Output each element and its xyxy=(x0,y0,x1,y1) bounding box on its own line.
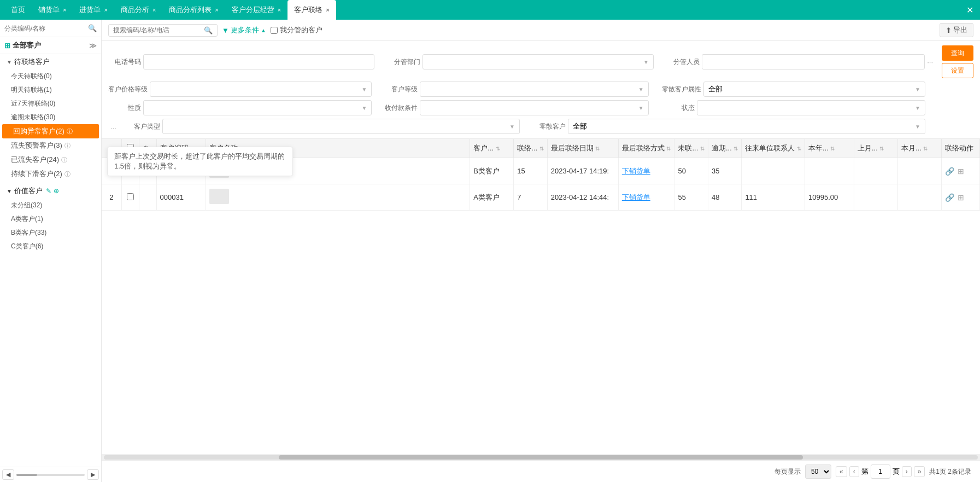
nav-product-analysis-list-close[interactable]: × xyxy=(215,7,218,13)
add-group-icon[interactable]: ⊕ xyxy=(54,187,59,195)
all-customers-header[interactable]: ⊞ 全部客户 ≫ xyxy=(0,37,101,54)
sort-icon-this-month[interactable]: ⇅ xyxy=(923,146,928,152)
filter-dept-select[interactable]: ▼ xyxy=(422,54,654,69)
nav-sales-order-close[interactable]: × xyxy=(63,7,66,13)
page-nav: « ‹ 第 页 › » xyxy=(836,464,925,479)
nav-customer-stratification-close[interactable]: × xyxy=(278,7,281,13)
filter-person-input[interactable] xyxy=(702,54,925,69)
row2-link-icon[interactable]: 🔗 xyxy=(945,193,954,202)
horizontal-scrollbar[interactable] xyxy=(102,454,980,461)
filter-status-select[interactable]: ▼ xyxy=(697,100,925,115)
nav-customer-contact[interactable]: 客户联络 × xyxy=(287,0,336,20)
filter-row-1: 电话号码 分管部门 ▼ 分管人员 ··· 查询 设置 xyxy=(108,45,973,78)
filter-customer-type-cell: 客户类型 ▼ xyxy=(127,119,520,134)
nav-product-analysis-close[interactable]: × xyxy=(152,7,156,13)
main-layout: 🔍 ⊞ 全部客户 ≫ ▼ 待联络客户 今天待联络(0) 明天待联络(1) 近7天… xyxy=(0,20,980,482)
sort-icon-date[interactable]: ⇅ xyxy=(595,146,600,152)
pagination-bar: 每页显示 50 « ‹ 第 页 › » 共1页 2条记录 xyxy=(102,461,980,482)
sidebar-item-7days[interactable]: 近7天待联络(0) xyxy=(0,97,101,111)
filter-gender-select[interactable]: ▼ xyxy=(143,100,372,115)
row2-last-contact-date: 2023-04-12 14:44: xyxy=(547,184,618,211)
nav-sales-order[interactable]: 销货单 × xyxy=(32,0,73,20)
nav-purchase-order[interactable]: 进货单 × xyxy=(73,0,114,20)
nav-product-analysis[interactable]: 商品分析 × xyxy=(114,0,162,20)
filter-search-input[interactable] xyxy=(113,26,204,34)
close-all-tabs[interactable]: ✕ xyxy=(966,5,973,15)
sidebar-item-today[interactable]: 今天待联络(0) xyxy=(0,69,101,83)
scrollbar-thumb[interactable] xyxy=(279,455,803,460)
sidebar-item-c-class[interactable]: C类客户(6) xyxy=(0,240,101,253)
row2-grid-icon[interactable]: ⊞ xyxy=(958,193,964,202)
sort-icon-overdue[interactable]: ⇅ xyxy=(733,146,738,152)
filter-more-btn[interactable]: ▼ 更多条件 ▲ xyxy=(222,25,266,35)
row1-last-contact-method: 下销货单 xyxy=(618,158,674,184)
sidebar-item-declining[interactable]: 持续下滑客户(2) ⓘ xyxy=(0,167,101,181)
pending-contact-header[interactable]: ▼ 待联络客户 xyxy=(0,54,101,69)
sort-icon-year[interactable]: ⇅ xyxy=(830,146,835,152)
row2-action: 🔗 ⊞ xyxy=(942,184,980,211)
nav-customer-contact-close[interactable]: × xyxy=(326,7,329,13)
sidebar-search-input[interactable] xyxy=(4,25,88,32)
row2-last-month xyxy=(854,184,898,211)
filter-btn-area: 查询 设置 xyxy=(942,45,973,78)
row1-grid-icon[interactable]: ⊞ xyxy=(958,167,964,176)
sort-icon-un[interactable]: ⇅ xyxy=(700,146,705,152)
sidebar-collapse-icon[interactable]: ≫ xyxy=(89,42,97,50)
sidebar-prev-btn[interactable]: ◀ xyxy=(2,469,14,480)
last-page-btn[interactable]: » xyxy=(914,466,925,477)
sidebar-item-tomorrow[interactable]: 明天待联络(1) xyxy=(0,83,101,97)
retail-chevron-icon: ▼ xyxy=(915,124,920,130)
sidebar-item-b-class[interactable]: B类客户(33) xyxy=(0,226,101,240)
edit-icon[interactable]: ✎ xyxy=(46,187,51,195)
filter-phone-input[interactable] xyxy=(143,54,374,69)
page-size-select[interactable]: 50 xyxy=(805,464,831,479)
sort-icon-method[interactable]: ⇅ xyxy=(666,146,671,152)
sort-icon-type[interactable]: ⇅ xyxy=(496,146,500,152)
value-customer-header[interactable]: ▼ 价值客户 ✎ ⊕ xyxy=(0,183,101,199)
row2-action-icons: 🔗 ⊞ xyxy=(945,193,976,202)
filter-price-level-select[interactable]: ▼ xyxy=(150,82,372,97)
filter-more-dots[interactable]: ... xyxy=(108,123,119,131)
filter-retail-select[interactable]: 全部 ▼ xyxy=(568,119,925,134)
pending-contact-group: ▼ 待联络客户 今天待联络(0) 明天待联络(1) 近7天待联络(0) 逾期未联… xyxy=(0,54,101,124)
query-button[interactable]: 查询 xyxy=(942,45,973,61)
first-page-btn[interactable]: « xyxy=(836,466,847,477)
person-more-icon[interactable]: ··· xyxy=(927,58,933,66)
sort-icon-contacts[interactable]: ⇅ xyxy=(539,146,544,152)
export-button[interactable]: ⬆ 导出 xyxy=(940,23,973,37)
prev-page-btn[interactable]: ‹ xyxy=(849,466,859,477)
nav-home[interactable]: 首页 xyxy=(4,0,32,20)
my-customers-checkbox[interactable] xyxy=(271,27,278,34)
row2-code: 000031 xyxy=(156,184,206,211)
arrow-down-icon: ▼ xyxy=(7,59,12,65)
filter-search-icon[interactable]: 🔍 xyxy=(204,26,213,34)
filter-status-cell: 状态 ▼ xyxy=(662,100,925,115)
nav-customer-stratification[interactable]: 客户分层经营 × xyxy=(225,0,287,20)
row2-method-link[interactable]: 下销货单 xyxy=(622,193,650,201)
sidebar-item-overdue[interactable]: 逾期未联络(30) xyxy=(0,111,101,124)
sidebar-item-churned[interactable]: 已流失客户(24) ⓘ xyxy=(0,153,101,167)
filter-customer-type-select[interactable]: ▼ xyxy=(162,119,520,134)
filter-customer-level-select[interactable]: ▼ xyxy=(420,82,648,97)
sidebar-item-repurchase-anomaly[interactable]: 回购异常客户(2) ⓘ xyxy=(2,124,99,138)
page-number-input[interactable] xyxy=(871,464,890,479)
customer-type-chevron-icon: ▼ xyxy=(509,124,515,130)
next-page-btn[interactable]: › xyxy=(902,466,912,477)
set-button[interactable]: 设置 xyxy=(942,63,973,78)
sidebar-item-a-class[interactable]: A类客户(1) xyxy=(0,212,101,226)
row1-link-icon[interactable]: 🔗 xyxy=(945,167,954,176)
nav-purchase-order-close[interactable]: × xyxy=(104,7,107,13)
sidebar-item-unclassified[interactable]: 未分组(32) xyxy=(0,199,101,212)
info-icon3: ⓘ xyxy=(61,156,67,164)
filter-pay-terms-select[interactable]: ▼ xyxy=(420,100,648,115)
sidebar-next-btn[interactable]: ▶ xyxy=(87,469,99,480)
sidebar-item-churn-warning[interactable]: 流失预警客户(3) ⓘ xyxy=(0,138,101,153)
nav-product-analysis-list[interactable]: 商品分析列表 × xyxy=(162,0,225,20)
sort-icon-unit[interactable]: ⇅ xyxy=(797,146,801,152)
row2-checkbox[interactable] xyxy=(127,193,134,200)
sort-icon-last-month[interactable]: ⇅ xyxy=(879,146,884,152)
row1-method-link[interactable]: 下销货单 xyxy=(622,167,650,175)
sidebar-search-icon[interactable]: 🔍 xyxy=(88,24,97,32)
filter-pay-terms-cell: 收付款条件 ▼ xyxy=(385,100,648,115)
filter-retail-attr-select[interactable]: 全部 ▼ xyxy=(703,82,925,97)
